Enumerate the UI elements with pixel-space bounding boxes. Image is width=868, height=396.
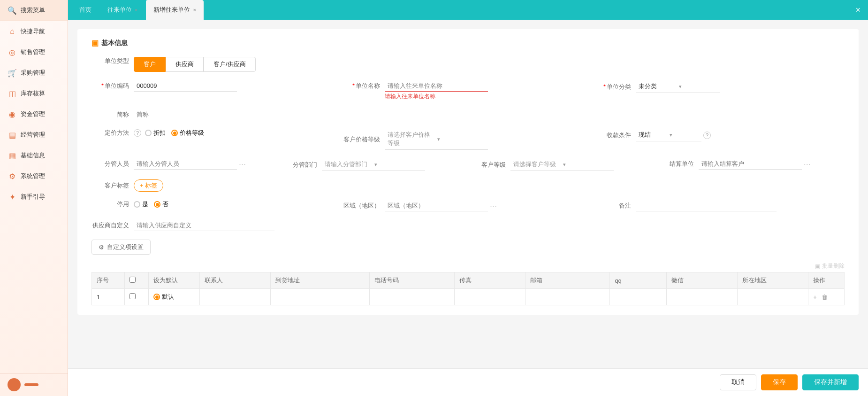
sidebar-item-purchase[interactable]: 🛒 采购管理 <box>0 62 68 83</box>
sidebar-item-finance[interactable]: ◉ 资金管理 <box>0 104 68 124</box>
home-icon: ⌂ <box>8 27 17 36</box>
radio-discount[interactable]: 折扣 <box>145 129 166 137</box>
settlement-label: 结算单位 <box>656 160 699 168</box>
email-input[interactable] <box>530 294 577 301</box>
sidebar-item-label: 经营管理 <box>21 131 45 139</box>
customer-price-select[interactable]: 请选择客户价格等级 ▾ <box>385 129 488 150</box>
fax-input[interactable] <box>459 294 497 301</box>
col-address: 到货地址 <box>271 272 370 289</box>
sidebar-item-quicknav[interactable]: ⌂ 快捷导航 <box>0 21 68 42</box>
tab-new-partner[interactable]: 新增往来单位 × <box>146 0 203 20</box>
field-tag: 客户标签 + 标签 <box>91 179 845 192</box>
field-pricing: 定价方法 ? 折扣 价格等级 <box>91 129 343 137</box>
unit-btn-supplier[interactable]: 供应商 <box>166 57 204 72</box>
sidebar-item-label: 基础信息 <box>21 151 45 160</box>
row-default-radio[interactable]: 默认 <box>153 293 195 301</box>
money-icon: ◉ <box>8 109 17 119</box>
tab-home[interactable]: 首页 <box>72 0 99 20</box>
unit-name-input[interactable] <box>385 80 488 92</box>
manager-dots[interactable]: ··· <box>237 159 248 169</box>
cancel-button[interactable]: 取消 <box>720 374 756 390</box>
settlement-input[interactable] <box>699 158 802 170</box>
customer-level-select[interactable]: 请选择客户等级 ▾ <box>510 158 614 171</box>
payment-terms-label: 收款条件 <box>594 131 636 140</box>
row-unit-info: 单位编码 单位名称 请输入往来单位名称 单位分类 未分类 ▾ <box>91 80 845 101</box>
custom-settings-button[interactable]: ⚙ 自定义项设置 <box>91 240 151 255</box>
sidebar-item-guide[interactable]: ✦ 新手引导 <box>0 186 68 207</box>
radio-discount-circle <box>145 130 152 136</box>
region-input[interactable] <box>385 200 488 211</box>
col-checkbox <box>125 272 149 289</box>
add-row-icon[interactable]: + <box>813 294 817 301</box>
supplier-custom-input[interactable] <box>134 220 274 231</box>
wechat-input[interactable] <box>671 294 709 301</box>
col-fax: 传真 <box>454 272 525 289</box>
radio-no[interactable]: 否 <box>154 200 168 209</box>
col-qq: qq <box>610 272 667 289</box>
radio-yes[interactable]: 是 <box>134 200 148 209</box>
settlement-dots[interactable]: ··· <box>802 159 813 169</box>
chevron-down-icon5: ▾ <box>563 162 611 168</box>
sidebar-item-search[interactable]: 🔍 搜索菜单 <box>0 0 68 21</box>
contact-table: 序号 设为默认 联系人 到货地址 电话号码 传真 邮箱 qq 微信 所在地区 操… <box>91 272 845 305</box>
batch-del-label[interactable]: 批量删除 <box>822 262 845 270</box>
footer-bar: 取消 保存 保存并新增 <box>68 368 868 396</box>
tab-new-partner-label: 新增往来单位 <box>153 6 190 14</box>
sidebar-item-system[interactable]: ⚙ 系统管理 <box>0 166 68 186</box>
row-default-label: 默认 <box>162 293 174 301</box>
add-tag-button[interactable]: + 标签 <box>134 179 163 192</box>
row-address <box>271 289 370 305</box>
address-input[interactable] <box>275 294 332 301</box>
tab-partners[interactable]: 往来单位 × <box>100 0 145 20</box>
field-unit-name: 单位名称 请输入往来单位名称 <box>343 80 594 101</box>
close-all-tabs[interactable]: × <box>852 5 864 15</box>
remark-input[interactable] <box>636 200 777 211</box>
save-button[interactable]: 保存 <box>761 374 798 390</box>
search-icon: 🔍 <box>8 6 17 15</box>
qq-input[interactable] <box>615 294 643 301</box>
unit-name-label: 单位名称 <box>343 82 385 90</box>
contact-input[interactable] <box>205 294 242 301</box>
radio-level[interactable]: 价格等级 <box>171 129 204 137</box>
sidebar-collapse-bar[interactable] <box>24 383 38 386</box>
sidebar-item-operations[interactable]: ▤ 经营管理 <box>0 124 68 145</box>
pricing-help-icon[interactable]: ? <box>134 129 141 137</box>
abbr-input[interactable] <box>134 109 237 120</box>
box-icon: ◫ <box>8 89 17 98</box>
row-checkbox <box>125 289 149 305</box>
tab-partners-close[interactable]: × <box>135 7 137 13</box>
payment-terms-select[interactable]: 现结 ▾ <box>636 129 701 141</box>
region-dots[interactable]: ··· <box>488 201 499 211</box>
sidebar-item-basic[interactable]: ▦ 基础信息 <box>0 145 68 166</box>
row-checkbox[interactable] <box>129 293 136 299</box>
tab-new-partner-close[interactable]: × <box>193 7 196 13</box>
pricing-label: 定价方法 <box>91 129 134 137</box>
sidebar-item-sales[interactable]: ◎ 销售管理 <box>0 42 68 62</box>
row-actions: + 🗑 <box>808 289 845 305</box>
table-row: 1 默认 <box>92 289 845 305</box>
unit-category-select[interactable]: 未分类 ▾ <box>636 80 720 93</box>
save-new-button[interactable]: 保存并新增 <box>802 374 859 390</box>
manager-input[interactable] <box>134 158 237 170</box>
unit-btn-both[interactable]: 客户/供应商 <box>204 57 256 72</box>
batch-delete-row: ▣ 批量删除 <box>91 262 845 270</box>
unit-code-input[interactable] <box>134 80 237 92</box>
tab-partners-label: 往来单位 <box>107 6 132 14</box>
row-seq: 1 <box>92 289 125 305</box>
phone-input[interactable] <box>374 294 421 301</box>
sidebar-item-label: 新手引导 <box>21 193 45 201</box>
payment-help-icon[interactable]: ? <box>703 132 711 139</box>
chevron-down-icon3: ▾ <box>670 132 699 138</box>
department-select[interactable]: 请输入分管部门 ▾ <box>322 158 425 171</box>
sidebar-item-inventory[interactable]: ◫ 库存核算 <box>0 83 68 104</box>
sidebar-item-label: 搜索菜单 <box>21 6 45 15</box>
del-row-icon[interactable]: 🗑 <box>822 294 828 301</box>
row-abbr: 简称 <box>91 109 845 120</box>
location-input[interactable] <box>742 294 780 301</box>
unit-btn-customer[interactable]: 客户 <box>134 57 166 72</box>
region-label: 区域（地区） <box>343 202 385 210</box>
select-all-checkbox[interactable] <box>129 277 136 283</box>
sidebar-item-label: 快捷导航 <box>21 27 45 36</box>
row-default: 默认 <box>149 289 200 305</box>
tab-home-label: 首页 <box>79 6 91 14</box>
